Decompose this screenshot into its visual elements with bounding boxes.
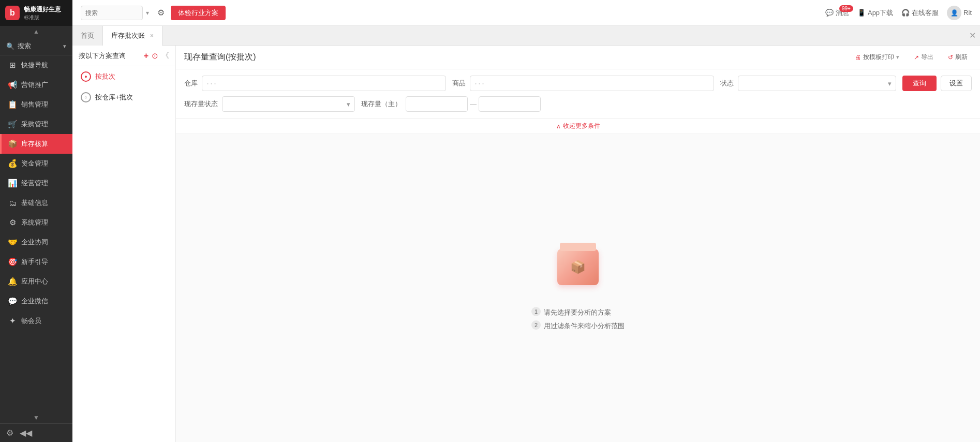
filter-stock-status: 现存量状态 ▾ — [184, 96, 355, 112]
stock-quantity-label: 现存量（主） — [361, 99, 402, 109]
goods-input[interactable]: ··· — [470, 76, 714, 91]
home-tab-label: 首页 — [81, 31, 94, 40]
left-panel-title: 按以下方案查询 — [79, 51, 126, 61]
refresh-icon: ↺ — [948, 54, 953, 61]
sidebar-item-sales-label: 销售管理 — [21, 100, 48, 109]
tab-area-close-icon[interactable]: ✕ — [969, 31, 976, 40]
content-area: 按以下方案查询 + ⊙ 《 ● 按批次 ○ 按仓库+批次 现存量查询(按批次) — [72, 46, 980, 442]
topbar: ▾ ⚙ 体验行业方案 💬 消息 99+ 📱 App下载 🎧 在线客服 👤 Rit — [72, 0, 980, 26]
settings-bottom-icon[interactable]: ⚙ — [6, 428, 13, 438]
sidebar-item-inventory[interactable]: 📦 库存核算 — [0, 134, 72, 154]
sidebar-item-corpwechat[interactable]: 💬 企业微信 — [0, 291, 72, 311]
step-1-num: 1 — [531, 307, 541, 316]
topbar-gear-icon[interactable]: ⚙ — [157, 8, 165, 18]
left-panel-collapse-icon[interactable]: 《 — [161, 51, 169, 61]
message-badge: 99+ — [839, 5, 853, 12]
stock-quantity-max-input[interactable] — [479, 96, 541, 112]
empty-text: 1 请先选择要分析的方案 2 用过滤条件来缩小分析范围 — [531, 306, 625, 333]
sidebar-search-label: 搜索 — [18, 41, 31, 51]
online-service-action[interactable]: 🎧 在线客服 — [901, 8, 939, 18]
sidebar-item-vip[interactable]: ✦ 畅会员 — [0, 311, 72, 331]
avatar: 👤 — [947, 6, 961, 20]
app-download-label: App下载 — [868, 8, 893, 18]
stock-status-chevron-icon: ▾ — [347, 100, 350, 108]
topbar-search-area: ▾ — [81, 6, 149, 20]
newguide-icon: 🎯 — [8, 257, 17, 267]
sidebar-item-collab-label: 企业协同 — [21, 238, 48, 247]
sidebar-scroll-up[interactable]: ▲ — [0, 26, 72, 37]
tab-close-icon[interactable]: × — [150, 32, 154, 39]
message-icon: 💬 — [825, 9, 834, 17]
sidebar-item-operations[interactable]: 📊 经营管理 — [0, 173, 72, 193]
sidebar-item-collab[interactable]: 🤝 企业协同 — [0, 232, 72, 252]
refresh-button[interactable]: ↺ 刷新 — [944, 51, 972, 64]
tab-inventory-batch[interactable]: 库存批次账 × — [103, 26, 162, 46]
print-chevron-icon: ▾ — [896, 54, 899, 61]
filter-warehouse: 仓库 ··· — [184, 76, 446, 91]
plan-batch-icon: ● — [81, 71, 91, 82]
sidebar-item-purchase[interactable]: 🛒 采购管理 — [0, 114, 72, 134]
warehouse-input[interactable]: ··· — [202, 76, 446, 91]
topbar-search-chevron-icon[interactable]: ▾ — [146, 9, 149, 17]
trial-button[interactable]: 体验行业方案 — [171, 6, 226, 20]
export-button[interactable]: ↗ 导出 — [910, 51, 938, 64]
filter-row-1: 仓库 ··· 商品 ··· 状态 — [184, 76, 972, 91]
stock-quantity-min-input[interactable] — [406, 96, 468, 112]
stock-status-select[interactable]: ▾ — [222, 96, 355, 112]
sidebar-item-inventory-label: 库存核算 — [21, 139, 48, 149]
sidebar-item-sales[interactable]: 📋 销售管理 — [0, 95, 72, 114]
sidebar-item-basics-label: 基础信息 — [21, 198, 48, 208]
basics-icon: 🗂 — [8, 199, 17, 208]
plan-item-warehouse-batch[interactable]: ○ 按仓库+批次 — [72, 87, 175, 108]
collapse-sidebar-icon[interactable]: ◀◀ — [20, 428, 32, 438]
sidebar-title-block: 畅康通好生意 标准版 — [24, 5, 61, 21]
sidebar: b 畅康通好生意 标准版 ▲ 🔍 搜索 ▾ ⊞ 快捷导航 📢 营销推广 📋 销售… — [0, 0, 72, 442]
empty-box-icon: 📦 — [557, 249, 599, 285]
plan-item-batch[interactable]: ● 按批次 — [72, 66, 175, 87]
quicknav-icon: ⊞ — [8, 61, 17, 70]
filter-area: 仓库 ··· 商品 ··· 状态 — [176, 69, 980, 119]
sidebar-scroll-down[interactable]: ▼ — [0, 412, 72, 423]
print-button[interactable]: 🖨 按模板打印 ▾ — [851, 51, 903, 64]
sidebar-item-finance-label: 资金管理 — [21, 159, 48, 168]
tab-home[interactable]: 首页 — [72, 26, 103, 46]
sidebar-item-newguide-label: 新手引导 — [21, 257, 48, 267]
sidebar-item-operations-label: 经营管理 — [21, 179, 48, 188]
sidebar-item-newguide[interactable]: 🎯 新手引导 — [0, 252, 72, 272]
empty-face-icon: 📦 — [570, 260, 586, 274]
filter-goods: 商品 ··· — [452, 76, 714, 91]
messages-action[interactable]: 💬 消息 99+ — [825, 8, 849, 18]
sidebar-item-quicknav[interactable]: ⊞ 快捷导航 — [0, 55, 72, 75]
step-2-num: 2 — [531, 320, 541, 330]
left-panel-header: 按以下方案查询 + ⊙ 《 — [72, 46, 175, 66]
sidebar-item-marketing[interactable]: 📢 营销推广 — [0, 75, 72, 95]
sidebar-item-basics[interactable]: 🗂 基础信息 — [0, 193, 72, 213]
add-plan-icon[interactable]: + — [144, 51, 149, 61]
username-label: Rit — [963, 9, 972, 17]
inventory-batch-tab-label: 库存批次账 — [111, 31, 145, 40]
main-content: 现存量查询(按批次) 🖨 按模板打印 ▾ ↗ 导出 ↺ 刷新 — [176, 46, 980, 442]
plan-settings-icon[interactable]: ⊙ — [152, 51, 158, 61]
settings-button[interactable]: 设置 — [941, 76, 972, 91]
filter-status: 状态 ▾ — [720, 76, 896, 91]
topbar-actions: 💬 消息 99+ 📱 App下载 🎧 在线客服 👤 Rit — [825, 6, 972, 20]
stock-quantity-dash: — — [468, 100, 479, 108]
collapse-more-conditions[interactable]: ∧ 收起更多条件 — [176, 119, 980, 134]
step-2-text: 用过滤条件来缩小分析范围 — [544, 319, 625, 333]
goods-label: 商品 — [452, 79, 466, 88]
status-chevron-icon: ▾ — [888, 80, 892, 87]
sidebar-item-finance[interactable]: 💰 资金管理 — [0, 154, 72, 173]
sidebar-item-system-label: 系统管理 — [21, 218, 48, 227]
sidebar-bottom: ⚙ ◀◀ — [0, 423, 72, 442]
status-select[interactable]: ▾ — [738, 76, 896, 91]
app-download-action[interactable]: 📱 App下载 — [857, 8, 893, 18]
empty-step-1: 1 请先选择要分析的方案 — [531, 306, 625, 319]
sidebar-search[interactable]: 🔍 搜索 ▾ — [0, 37, 72, 55]
sales-icon: 📋 — [8, 100, 17, 109]
sidebar-item-system[interactable]: ⚙ 系统管理 — [0, 213, 72, 232]
sidebar-item-appcenter[interactable]: 🔔 应用中心 — [0, 272, 72, 291]
vip-icon: ✦ — [8, 316, 17, 326]
topbar-search-input[interactable] — [81, 6, 143, 20]
user-profile-action[interactable]: 👤 Rit — [947, 6, 972, 20]
query-button[interactable]: 查询 — [902, 76, 937, 91]
